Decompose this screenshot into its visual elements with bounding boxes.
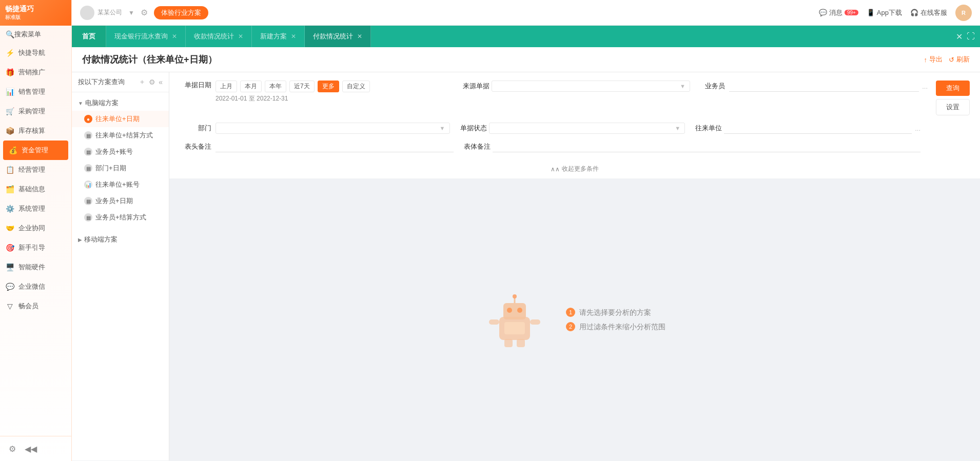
date-opt-this-month[interactable]: 本月 — [240, 81, 262, 92]
app-download-btn[interactable]: 📱 App下载 — [867, 8, 902, 17]
svg-rect-9 — [517, 339, 525, 347]
sidebar-item-label: 营销推广 — [18, 68, 45, 77]
scheme-item-partner-date[interactable]: ● 往来单位+日期 — [72, 111, 169, 127]
topbar-avatar[interactable]: R — [955, 5, 972, 21]
purchase-icon: 🛒 — [5, 107, 14, 116]
scheme-item-salesman-settlement[interactable]: ▦ 业务员+结算方式 — [72, 209, 169, 226]
doc-status-select[interactable]: ▼ — [489, 123, 685, 134]
sidebar-item-marketing[interactable]: 🎁 营销推广 — [0, 63, 71, 82]
sidebar: 畅捷通巧 标准版 🔍 搜索菜单 ⚡ 快捷导航 🎁 营销推广 📊 销售管理 🛒 采… — [0, 0, 72, 461]
phone-icon: 📱 — [867, 9, 875, 16]
collapse-sidebar-icon[interactable]: ◀◀ — [24, 442, 38, 456]
scheme-item-partner-account[interactable]: 📊 往来单位+账号 — [72, 176, 169, 193]
head-remark-input[interactable] — [215, 141, 454, 152]
svg-point-2 — [507, 308, 512, 313]
search-label: 搜索菜单 — [14, 30, 41, 39]
sidebar-item-label: 新手引导 — [18, 243, 45, 252]
sidebar-item-sys-mgmt[interactable]: ⚙️ 系统管理 — [0, 199, 71, 218]
base-info-icon: 🗂️ — [5, 185, 14, 194]
source-select[interactable]: ▼ — [492, 81, 690, 92]
sidebar-item-label: 畅会员 — [18, 302, 38, 311]
collapse-scheme-icon[interactable]: « — [159, 78, 163, 86]
headset-icon: 🎧 — [910, 9, 918, 16]
desktop-group-arrow: ▼ — [78, 101, 83, 106]
sidebar-bottom: ⚙ ◀◀ — [0, 436, 71, 461]
tab-expand-icon[interactable]: ⛶ — [967, 32, 975, 41]
partner-input[interactable] — [724, 123, 912, 134]
try-industry-btn[interactable]: 体验行业方案 — [154, 6, 208, 19]
salesman-label: 业务员 — [700, 82, 729, 91]
tab-bank-flow[interactable]: 现金银行流水查询 ✕ — [106, 26, 186, 47]
scheme-group-desktop-title[interactable]: ▼ 电脑端方案 — [72, 95, 169, 111]
query-btn[interactable]: 查询 — [936, 81, 970, 96]
topbar-dropdown-icon[interactable]: ▼ — [128, 9, 134, 16]
settings-bottom-icon[interactable]: ⚙ — [5, 442, 19, 456]
tab-bank-flow-close[interactable]: ✕ — [172, 33, 177, 40]
add-scheme-icon[interactable]: ＋ — [139, 77, 146, 87]
tab-new-scheme-close[interactable]: ✕ — [291, 33, 296, 40]
user-avatar — [80, 6, 94, 20]
tab-close-all-icon[interactable]: ✕ — [956, 32, 963, 42]
tab-new-scheme[interactable]: 新建方案 ✕ — [252, 26, 305, 47]
sidebar-item-wechat[interactable]: 💬 企业微信 — [0, 277, 71, 296]
scheme-item-label: 往来单位+结算方式 — [95, 131, 153, 140]
sidebar-item-inventory[interactable]: 📦 库存核算 — [0, 121, 71, 141]
scheme-item-salesman-account[interactable]: ▦ 业务员+账号 — [72, 144, 169, 160]
tab-receipt-stats-close[interactable]: ✕ — [238, 33, 243, 40]
inventory-icon: 📦 — [5, 126, 14, 135]
scheme-group-mobile-title[interactable]: ▶ 移动端方案 — [72, 232, 169, 247]
sidebar-item-member[interactable]: ▽ 畅会员 — [0, 296, 71, 316]
online-service-btn[interactable]: 🎧 在线客服 — [910, 8, 947, 17]
scheme-panel-header: 按以下方案查询 ＋ ⚙ « — [72, 72, 169, 92]
partner-more-icon[interactable]: ... — [915, 125, 920, 132]
tab-payment-stats-close[interactable]: ✕ — [357, 33, 362, 40]
svg-rect-7 — [530, 319, 540, 325]
sidebar-item-enterprise[interactable]: 🤝 企业协同 — [0, 218, 71, 238]
empty-tips: 1 请先选择要分析的方案 2 用过滤条件来缩小分析范围 — [566, 305, 665, 334]
svg-rect-6 — [489, 319, 499, 325]
topbar-right: 💬 消息 99+ 📱 App下载 🎧 在线客服 R — [819, 5, 972, 21]
collapse-label: 收起更多条件 — [562, 165, 599, 173]
sidebar-item-label: 系统管理 — [18, 204, 45, 213]
sidebar-item-sales[interactable]: 📊 销售管理 — [0, 82, 71, 102]
sidebar-search[interactable]: 🔍 搜索菜单 — [0, 26, 71, 43]
sidebar-item-smart-hw[interactable]: 🖥️ 智能硬件 — [0, 257, 71, 277]
date-opt-more[interactable]: 更多 — [318, 81, 339, 92]
tab-home[interactable]: 首页 — [72, 26, 106, 47]
settings-btn[interactable]: 设置 — [936, 99, 970, 115]
messages-btn[interactable]: 💬 消息 99+ — [819, 8, 858, 17]
scheme-item-salesman-date[interactable]: ▦ 业务员+日期 — [72, 193, 169, 209]
date-opt-custom[interactable]: 自定义 — [342, 81, 370, 92]
scheme-item-label: 业务员+日期 — [95, 196, 133, 206]
dept-select[interactable]: ▼ — [215, 123, 450, 134]
refresh-label: 刷新 — [956, 55, 970, 64]
body-remark-input[interactable] — [493, 141, 920, 152]
salesman-more-icon[interactable]: ... — [922, 83, 928, 90]
settings-scheme-icon[interactable]: ⚙ — [149, 78, 155, 86]
collapse-bar[interactable]: ∧∧ 收起更多条件 — [169, 159, 980, 178]
export-btn[interactable]: ↑ 导出 — [924, 55, 943, 64]
online-service-label: 在线客服 — [920, 8, 947, 17]
scheme-item-dept-date[interactable]: ▦ 部门+日期 — [72, 160, 169, 176]
sys-mgmt-icon: ⚙️ — [5, 204, 14, 213]
date-opt-this-year[interactable]: 本年 — [265, 81, 286, 92]
date-opt-last-month[interactable]: 上月 — [215, 81, 237, 92]
sidebar-item-purchase[interactable]: 🛒 采购管理 — [0, 102, 71, 121]
date-opt-7days[interactable]: 近7天 — [289, 81, 315, 92]
tab-receipt-stats[interactable]: 收款情况统计 ✕ — [186, 26, 252, 47]
body-remark-label: 表体备注 — [464, 142, 493, 151]
scheme-group-desktop: ▼ 电脑端方案 ● 往来单位+日期 ▦ 往来单位+结算方式 ▦ 业务员+账号 — [72, 92, 169, 229]
scheme-item-partner-settlement[interactable]: ▦ 往来单位+结算方式 — [72, 127, 169, 144]
refresh-btn[interactable]: ↺ 刷新 — [949, 55, 970, 64]
tab-payment-stats[interactable]: 付款情况统计 ✕ — [305, 26, 371, 47]
sidebar-item-quick-nav[interactable]: ⚡ 快捷导航 — [0, 43, 71, 63]
sidebar-item-base-info[interactable]: 🗂️ 基础信息 — [0, 179, 71, 199]
sidebar-item-operation[interactable]: 📋 经营管理 — [0, 160, 71, 179]
sidebar-item-guide[interactable]: 🎯 新手引导 — [0, 238, 71, 257]
page-header: 付款情况统计（往来单位+日期） ↑ 导出 ↺ 刷新 — [72, 47, 980, 72]
topbar-settings-icon[interactable]: ⚙ — [141, 8, 148, 17]
salesman-input[interactable] — [729, 81, 919, 92]
scheme-icon-ss: ▦ — [84, 213, 92, 222]
page-header-actions: ↑ 导出 ↺ 刷新 — [924, 55, 970, 64]
sidebar-item-capital[interactable]: 💰 资金管理 — [3, 141, 68, 160]
